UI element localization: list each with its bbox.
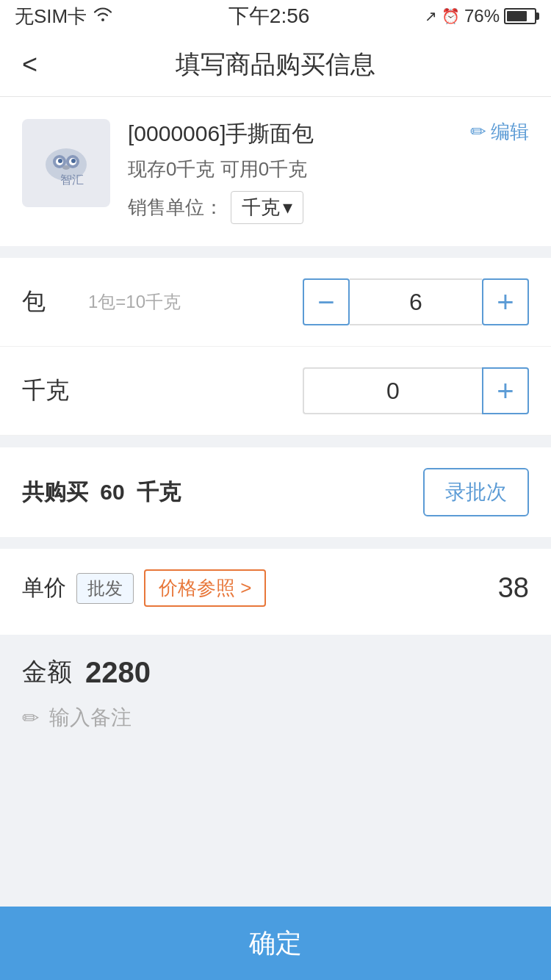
edit-icon: ✏ xyxy=(470,120,486,143)
product-name: [0000006]手撕面包 xyxy=(128,119,314,149)
dropdown-arrow-icon: ▾ xyxy=(283,196,292,219)
battery-percent: 76% xyxy=(464,6,500,26)
input-section: 包 1包=10千克 − + 千克 + xyxy=(0,258,551,436)
svg-point-7 xyxy=(62,165,70,170)
page-title: 填写商品购买信息 xyxy=(176,48,375,82)
status-bar: 无SIM卡 下午2:56 ↗ ⏰ 76% xyxy=(0,0,551,32)
location-icon: ↗ xyxy=(425,7,437,25)
price-section: 单价 批发 价格参照 > 38 xyxy=(0,549,551,635)
edit-label: 编辑 xyxy=(491,119,529,145)
status-time: 下午2:56 xyxy=(228,2,310,30)
back-button[interactable]: < xyxy=(22,49,37,80)
svg-text:智汇: 智汇 xyxy=(60,173,84,185)
kg-row: 千克 + xyxy=(0,347,551,436)
total-text: 共购买 60 千克 xyxy=(22,478,181,508)
amount-value: 2280 xyxy=(85,656,151,689)
product-unit-row: 销售单位： 千克 ▾ xyxy=(128,191,529,224)
amount-section: 金额 2280 ✏ 输入备注 xyxy=(0,635,551,746)
total-amount: 60 xyxy=(100,480,124,504)
svg-point-5 xyxy=(58,159,62,163)
amount-label: 金额 xyxy=(22,655,72,689)
status-left: 无SIM卡 xyxy=(15,4,113,29)
kg-plus-button[interactable]: + xyxy=(482,367,529,414)
bao-label: 包 xyxy=(22,286,81,318)
total-prefix: 共购买 xyxy=(22,480,88,504)
price-label: 单价 xyxy=(22,573,66,603)
price-value: 38 xyxy=(498,572,529,604)
product-thumbnail: 智汇 xyxy=(22,119,110,207)
edit-button[interactable]: ✏ 编辑 xyxy=(470,119,529,145)
bao-plus-button[interactable]: + xyxy=(482,278,529,325)
svg-point-6 xyxy=(71,159,76,163)
total-unit: 千克 xyxy=(137,480,181,504)
nav-bar: < 填写商品购买信息 xyxy=(0,32,551,97)
confirm-button[interactable]: 确定 xyxy=(0,907,551,980)
kg-qty-control: + xyxy=(303,367,529,414)
unit-dropdown[interactable]: 千克 ▾ xyxy=(231,191,303,224)
kg-label: 千克 xyxy=(22,375,81,407)
price-ref-button[interactable]: 价格参照 > xyxy=(144,569,266,607)
battery-icon xyxy=(504,8,536,24)
bao-minus-button[interactable]: − xyxy=(303,278,350,325)
note-icon: ✏ xyxy=(22,706,39,730)
product-section: 智汇 [0000006]手撕面包 ✏ 编辑 现存0千克 可用0千克 销售单位： … xyxy=(0,97,551,246)
batch-button[interactable]: 录批次 xyxy=(423,468,529,516)
unit-value: 千克 xyxy=(242,195,280,220)
status-right: ↗ ⏰ 76% xyxy=(425,6,536,26)
bao-qty-input[interactable] xyxy=(350,278,482,325)
note-text: 输入备注 xyxy=(49,704,132,732)
kg-qty-input[interactable] xyxy=(303,367,482,414)
bao-qty-control: − + xyxy=(303,278,529,325)
unit-label: 销售单位： xyxy=(128,195,223,220)
amount-row: 金额 2280 xyxy=(22,655,529,689)
wifi-icon xyxy=(93,5,113,28)
note-row[interactable]: ✏ 输入备注 xyxy=(22,704,529,732)
product-info: [0000006]手撕面包 ✏ 编辑 现存0千克 可用0千克 销售单位： 千克 … xyxy=(128,119,529,224)
price-tag: 批发 xyxy=(76,573,134,604)
total-row: 共购买 60 千克 录批次 xyxy=(0,447,551,537)
bao-hint: 1包=10千克 xyxy=(88,290,303,314)
alarm-icon: ⏰ xyxy=(442,7,460,25)
product-stock: 现存0千克 可用0千克 xyxy=(128,156,529,182)
bao-row: 包 1包=10千克 − + xyxy=(0,258,551,347)
price-row: 单价 批发 价格参照 > 38 xyxy=(22,569,529,607)
carrier-label: 无SIM卡 xyxy=(15,4,87,29)
